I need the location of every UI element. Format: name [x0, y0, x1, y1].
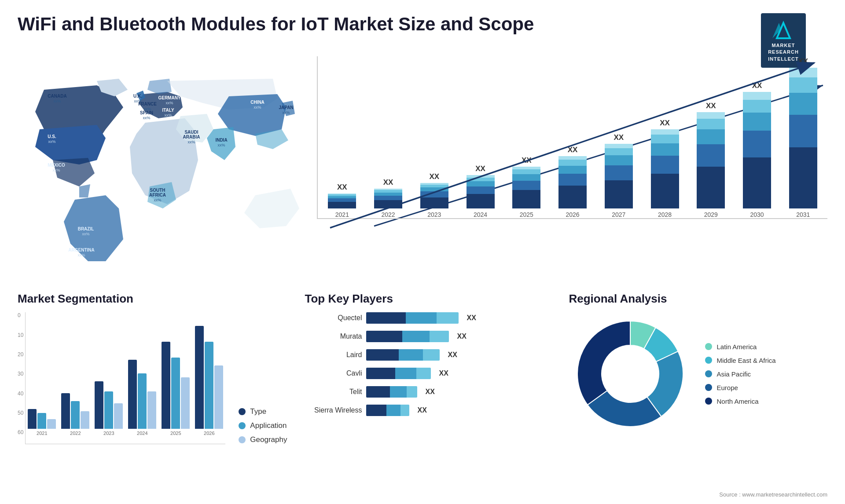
svg-text:AFRICA: AFRICA [149, 193, 166, 197]
segmentation-title: Market Segmentation [18, 292, 287, 306]
regional-legend-item: Europe [705, 384, 775, 391]
svg-text:ARABIA: ARABIA [183, 135, 200, 139]
svg-text:FRANCE: FRANCE [138, 102, 157, 106]
svg-text:ARGENTINA: ARGENTINA [68, 248, 94, 252]
seg-legend: TypeApplicationGeography [239, 407, 287, 444]
svg-text:xx%: xx% [53, 99, 61, 103]
svg-text:xx%: xx% [82, 232, 89, 236]
regional-title: Regional Analysis [569, 292, 827, 306]
legend-item: Type [239, 407, 287, 416]
svg-text:CANADA: CANADA [48, 94, 66, 99]
svg-text:xx%: xx% [77, 253, 85, 257]
svg-text:xx%: xx% [282, 110, 290, 115]
svg-text:SPAIN: SPAIN [140, 110, 153, 115]
donut-area: Latin AmericaMiddle East & AfricaAsia Pa… [569, 312, 827, 435]
regional-legend-item: Asia Pacific [705, 370, 775, 378]
svg-text:JAPAN: JAPAN [279, 105, 293, 110]
player-row: CavliXX [305, 368, 551, 379]
svg-text:BRAZIL: BRAZIL [78, 226, 94, 231]
donut-chart [569, 312, 692, 435]
source-text: Source : www.marketresearchintellect.com [719, 491, 827, 498]
world-map: CANADA xx% U.S. xx% MEXICO xx% BRAZIL xx… [18, 72, 317, 274]
svg-text:U.S.: U.S. [48, 134, 56, 139]
player-row: TelitXX [305, 386, 551, 398]
svg-text:xx%: xx% [48, 139, 55, 144]
page-title: WiFi and Bluetooth Modules for IoT Marke… [18, 13, 534, 35]
bottom-area: Market Segmentation 6050403020100 202120… [0, 283, 845, 472]
svg-text:SOUTH: SOUTH [150, 188, 165, 193]
svg-text:MEXICO: MEXICO [48, 163, 65, 168]
logo-icon [770, 18, 797, 40]
top-content: CANADA xx% U.S. xx% MEXICO xx% BRAZIL xx… [0, 72, 845, 283]
svg-text:SAUDI: SAUDI [184, 130, 198, 135]
svg-text:xx%: xx% [164, 113, 172, 117]
svg-text:xx%: xx% [143, 116, 150, 120]
svg-text:xx%: xx% [154, 198, 161, 202]
legend-item: Application [239, 421, 287, 430]
seg-bars: 202120222023202420252026 [25, 312, 225, 444]
svg-text:xx%: xx% [254, 105, 261, 110]
regional-section: Regional Analysis Latin AmericaMiddle Ea… [569, 292, 827, 468]
seg-group: 2024 [128, 360, 156, 436]
legend-item: Geography [239, 435, 287, 444]
player-row: MurataXX [305, 331, 551, 342]
players-section: Top Key Players QuectelXXMurataXXLairdXX… [305, 292, 551, 468]
player-row: LairdXX [305, 349, 551, 361]
regional-legend: Latin AmericaMiddle East & AfricaAsia Pa… [705, 343, 775, 405]
seg-chart-area: 6050403020100 202120222023202420252026 T… [18, 312, 287, 444]
svg-text:ITALY: ITALY [162, 108, 174, 113]
y-axis: 6050403020100 [18, 312, 23, 444]
svg-text:xx%: xx% [165, 101, 173, 105]
regional-legend-item: Middle East & Africa [705, 357, 775, 364]
seg-group: 2021 [28, 409, 56, 436]
svg-text:U.K.: U.K. [133, 94, 142, 99]
seg-group: 2022 [61, 393, 89, 436]
svg-text:xx%: xx% [187, 140, 195, 144]
players-list: QuectelXXMurataXXLairdXXCavliXXTelitXXSi… [305, 312, 551, 416]
map-section: CANADA xx% U.S. xx% MEXICO xx% BRAZIL xx… [18, 72, 317, 283]
segmentation-section: Market Segmentation 6050403020100 202120… [18, 292, 287, 468]
players-title: Top Key Players [305, 292, 551, 306]
seg-group: 2025 [162, 342, 190, 436]
svg-text:xx%: xx% [52, 168, 60, 172]
svg-text:CHINA: CHINA [250, 100, 265, 105]
player-row: QuectelXX [305, 312, 551, 324]
svg-text:GERMANY: GERMANY [158, 95, 180, 100]
seg-group: 2026 [195, 326, 223, 436]
player-row: Sierra WirelessXX [305, 405, 551, 416]
regional-legend-item: Latin America [705, 343, 775, 351]
svg-text:xx%: xx% [217, 143, 225, 147]
svg-text:INDIA: INDIA [215, 138, 227, 142]
regional-legend-item: North America [705, 398, 775, 405]
seg-group: 2023 [95, 381, 123, 436]
growth-chart-section [326, 72, 827, 283]
svg-marker-1 [772, 23, 781, 38]
